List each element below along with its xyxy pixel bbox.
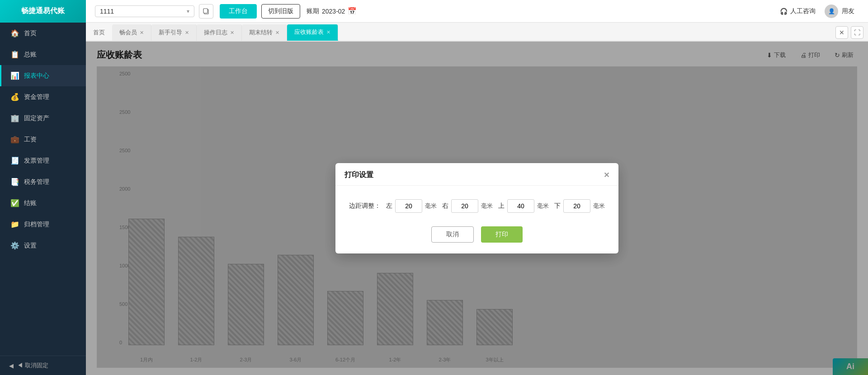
cancel-button[interactable]: 取消 (431, 226, 474, 243)
tab-expand-btn[interactable]: ⛶ (851, 26, 863, 39)
ledger-icon: 📋 (10, 50, 19, 59)
user-area[interactable]: 👤 用友 (825, 5, 854, 18)
margin-adjust-label: 边距调整： (349, 202, 381, 210)
tab-period-end-close[interactable]: ✕ (275, 30, 279, 36)
dialog-footer: 取消 打印 (335, 222, 618, 253)
workbench-button[interactable]: 工作台 (220, 4, 257, 19)
margin-left-group: 左 毫米 (386, 199, 437, 213)
modal-overlay: 打印设置 ✕ 边距调整： 左 毫米 右 (86, 42, 868, 375)
logo-text: 畅捷通易代账 (21, 6, 65, 16)
sidebar-item-label: 报表中心 (24, 72, 49, 80)
margin-right-unit: 毫米 (481, 202, 493, 210)
sidebar-item-ledger[interactable]: 📋 总账 (0, 44, 86, 65)
tab-aging-label: 应收账龄表 (294, 28, 324, 36)
tax-icon: 📑 (10, 178, 19, 186)
sidebar-item-home[interactable]: 🏠 首页 (0, 23, 86, 44)
company-name: 1111 (100, 8, 183, 15)
content-area: 首页 畅会员 ✕ 新手引导 ✕ 操作日志 ✕ 期末结转 ✕ 应收账龄表 ✕ (86, 23, 868, 375)
reports-icon: 📊 (10, 71, 19, 80)
period-label: 账期 (307, 7, 319, 15)
dialog-print-button[interactable]: 打印 (481, 226, 523, 243)
tab-aging[interactable]: 应收账龄表 ✕ (287, 24, 338, 41)
sidebar-collapse-btn[interactable]: ◀ ◀ 取消固定 (0, 356, 86, 375)
sidebar-item-checkout[interactable]: ✅ 结账 (0, 192, 86, 214)
tab-home[interactable]: 首页 (86, 24, 112, 41)
tab-member-label: 畅会员 (119, 28, 137, 37)
sidebar-item-label: 资金管理 (24, 93, 49, 101)
home-icon: 🏠 (10, 29, 19, 38)
print-settings-dialog: 打印设置 ✕ 边距调整： 左 毫米 右 (335, 163, 618, 253)
salary-icon: 💼 (10, 135, 19, 144)
sidebar-item-label: 发票管理 (24, 157, 49, 165)
sidebar-item-label: 首页 (24, 29, 37, 38)
period-value: 2023-02 (322, 8, 345, 15)
company-selector[interactable]: 1111 ▾ (95, 5, 194, 17)
sidebar-footer-label: ◀ 取消固定 (17, 361, 48, 370)
funds-icon: 💰 (10, 93, 19, 101)
invoice-icon: 🧾 (10, 156, 19, 165)
tab-period-end[interactable]: 期末结转 ✕ (242, 24, 287, 41)
dialog-title: 打印设置 (344, 170, 373, 180)
tab-bar: 首页 畅会员 ✕ 新手引导 ✕ 操作日志 ✕ 期末结转 ✕ 应收账龄表 ✕ (86, 23, 868, 42)
sidebar-item-label: 设置 (24, 242, 37, 250)
sidebar-scroll: 🏠 首页 📋 总账 📊 报表中心 💰 资金管理 🏢 固定资产 💼 工资 (0, 23, 86, 356)
headset-icon: 🎧 (780, 8, 788, 15)
archive-icon: 📁 (10, 220, 19, 229)
sidebar-item-invoice[interactable]: 🧾 发票管理 (0, 150, 86, 171)
sidebar-item-archive[interactable]: 📁 归档管理 (0, 214, 86, 235)
sidebar-item-salary[interactable]: 💼 工资 (0, 129, 86, 150)
dialog-close-button[interactable]: ✕ (604, 172, 609, 179)
sidebar-item-settings[interactable]: ⚙️ 设置 (0, 235, 86, 256)
tab-aging-close[interactable]: ✕ (326, 29, 330, 35)
margin-top-unit: 毫米 (537, 202, 549, 210)
margin-top-input[interactable] (507, 199, 534, 213)
tab-bar-right: ✕ ⛶ (835, 26, 868, 41)
checkout-icon: ✅ (10, 199, 19, 207)
margin-left-unit: 毫米 (425, 202, 437, 210)
margin-top-group: 上 毫米 (498, 199, 549, 213)
settings-icon: ⚙️ (10, 241, 19, 250)
consult-label: 人工咨询 (790, 7, 816, 15)
consult-area[interactable]: 🎧 人工咨询 (780, 7, 816, 15)
tab-guide-label: 新手引导 (159, 28, 182, 37)
assets-icon: 🏢 (10, 114, 19, 122)
sidebar: 🏠 首页 📋 总账 📊 报表中心 💰 资金管理 🏢 固定资产 💼 工资 (0, 23, 86, 375)
tab-guide[interactable]: 新手引导 ✕ (151, 24, 197, 41)
user-name: 用友 (842, 7, 854, 15)
margin-left-label: 左 (386, 202, 392, 210)
page-content: 应收账龄表 ⬇ 下载 🖨 打印 ↻ 刷新 (86, 42, 868, 375)
margin-right-label: 右 (442, 202, 448, 210)
dialog-body: 边距调整： 左 毫米 右 毫米 (335, 186, 618, 222)
tab-period-end-label: 期末结转 (249, 28, 273, 37)
sidebar-item-label: 总账 (24, 51, 37, 59)
sidebar-item-assets[interactable]: 🏢 固定资产 (0, 108, 86, 129)
collapse-icon: ◀ (9, 362, 14, 369)
copy-icon[interactable] (199, 4, 213, 19)
calendar-icon[interactable]: 📅 (348, 7, 357, 15)
tab-oplog[interactable]: 操作日志 ✕ (197, 24, 242, 41)
margin-row: 边距调整： 左 毫米 右 毫米 (349, 199, 605, 213)
svg-rect-1 (203, 9, 208, 13)
margin-bottom-group: 下 毫米 (554, 199, 605, 213)
margin-left-input[interactable] (395, 199, 422, 213)
logo: 畅捷通易代账 (0, 0, 86, 23)
margin-right-input[interactable] (451, 199, 478, 213)
tab-home-label: 首页 (93, 28, 105, 37)
tab-close-btn[interactable]: ✕ (835, 26, 848, 39)
sidebar-item-funds[interactable]: 💰 资金管理 (0, 86, 86, 108)
sidebar-item-reports[interactable]: 📊 报表中心 (0, 65, 86, 86)
margin-bottom-input[interactable] (563, 199, 590, 213)
sidebar-item-tax[interactable]: 📑 税务管理 (0, 171, 86, 192)
chevron-down-icon: ▾ (187, 8, 189, 14)
dialog-header: 打印设置 ✕ (335, 163, 618, 186)
tab-member-close[interactable]: ✕ (140, 30, 144, 36)
period-area: 账期 2023-02 📅 (307, 7, 357, 15)
tab-oplog-close[interactable]: ✕ (230, 30, 234, 36)
switch-version-button[interactable]: 切到旧版 (261, 4, 300, 19)
tab-guide-close[interactable]: ✕ (185, 30, 189, 36)
tab-oplog-label: 操作日志 (204, 28, 227, 37)
sidebar-item-label: 归档管理 (24, 220, 49, 229)
margin-bottom-unit: 毫米 (593, 202, 605, 210)
margin-bottom-label: 下 (554, 202, 561, 210)
tab-member[interactable]: 畅会员 ✕ (112, 24, 151, 41)
